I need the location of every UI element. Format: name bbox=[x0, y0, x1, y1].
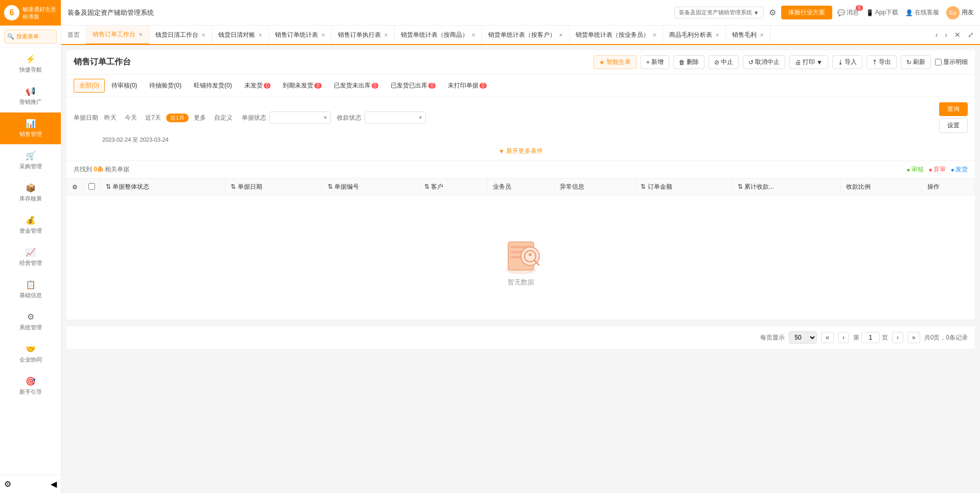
print-button[interactable]: 🖨 打印 ▼ bbox=[789, 55, 828, 69]
date-yesterday[interactable]: 昨天 bbox=[101, 113, 120, 123]
ship-action[interactable]: ● 发货 bbox=[951, 165, 968, 174]
filter-tab-wangpu[interactable]: 旺铺待发货(0) bbox=[188, 79, 238, 93]
date-more[interactable]: 更多 bbox=[191, 113, 209, 123]
filter-tab-overdue-ship[interactable]: 到期未发货0 bbox=[277, 79, 327, 93]
filter-tab-shipped-out[interactable]: 已发货已出库0 bbox=[385, 79, 441, 93]
tab-close-cash-daily[interactable]: ✕ bbox=[201, 32, 206, 38]
first-page-button[interactable]: « bbox=[821, 332, 834, 343]
search-menu-button[interactable]: 🔍 搜索菜单 bbox=[4, 30, 57, 43]
stop-button[interactable]: ⊘ 中止 bbox=[709, 55, 739, 69]
sidebar-item-purchase[interactable]: 🛒 采购管理 bbox=[0, 145, 61, 177]
tab-close-cash-reconcile[interactable]: ✕ bbox=[258, 32, 262, 38]
last-page-button[interactable]: » bbox=[907, 332, 920, 343]
import-button[interactable]: ⤓ 导入 bbox=[832, 55, 862, 69]
tab-sales-order-workbench[interactable]: 销售订单工作台 ✕ bbox=[86, 26, 149, 44]
tab-close-sales-gross[interactable]: ✕ bbox=[760, 32, 764, 38]
sidebar-item-enterprise[interactable]: 🤝 企业协同 bbox=[0, 338, 61, 370]
prev-page-button[interactable]: ‹ bbox=[838, 332, 849, 343]
date-1month[interactable]: 近1月 bbox=[166, 114, 189, 122]
system-select-button[interactable]: 装备及固定资产辅助管理系统 ▼ bbox=[674, 7, 764, 18]
date-options: 昨天 今天 近7天 近1月 更多 自定义 bbox=[101, 113, 236, 123]
delete-icon: 🗑 bbox=[679, 59, 685, 66]
tab-close-sales-stats-product[interactable]: ✕ bbox=[471, 32, 475, 38]
smart-order-button[interactable]: ★ 智能生单 bbox=[594, 55, 636, 69]
date-7days[interactable]: 近7天 bbox=[142, 113, 164, 123]
sidebar-item-finance[interactable]: 💰 资金管理 bbox=[0, 209, 61, 241]
sidebar-item-base-info[interactable]: 📋 基础信息 bbox=[0, 274, 61, 306]
next-page-button[interactable]: › bbox=[892, 332, 903, 343]
status-select[interactable] bbox=[269, 111, 331, 124]
tab-close-sales-order-stats[interactable]: ✕ bbox=[321, 32, 325, 38]
sidebar-item-guide[interactable]: 🎯 新手引导 bbox=[0, 370, 61, 402]
tab-close-sales-order-execute[interactable]: ✕ bbox=[384, 32, 388, 38]
tab-close-sales-stats-staff[interactable]: ✕ bbox=[652, 32, 656, 38]
user-menu[interactable]: Ea 用友 bbox=[946, 6, 974, 19]
scrollbar-area[interactable] bbox=[66, 320, 975, 326]
tab-sales-stats-customer[interactable]: 销货单统计表（按客户） ✕ bbox=[482, 26, 569, 44]
page-size-select[interactable]: 50 10 20 100 bbox=[789, 331, 817, 344]
svg-point-8 bbox=[529, 253, 532, 256]
filter-tab-pending-review[interactable]: 待审核(0) bbox=[106, 79, 143, 93]
date-today[interactable]: 今天 bbox=[122, 113, 140, 123]
setting-button[interactable]: 设置 bbox=[939, 118, 968, 133]
page-input[interactable] bbox=[861, 332, 880, 343]
sidebar-item-operations[interactable]: 📈 经营管理 bbox=[0, 241, 61, 274]
tab-scroll-right[interactable]: › bbox=[942, 30, 950, 40]
payment-select[interactable] bbox=[364, 111, 426, 124]
tab-home[interactable]: 首页 bbox=[61, 26, 86, 44]
expand-button[interactable]: ▼ 展开更多条件 bbox=[498, 147, 543, 155]
sidebar-item-sales[interactable]: 📊 销售管理 bbox=[0, 113, 61, 145]
tab-sales-gross[interactable]: 销售毛利 ✕ bbox=[726, 26, 770, 44]
col-collected[interactable]: ⇅ 累计收款... bbox=[732, 178, 840, 196]
tab-cash-daily[interactable]: 钱货日清工作台 ✕ bbox=[149, 26, 212, 44]
filter-tab-all[interactable]: 全部(0) bbox=[74, 79, 105, 93]
sidebar-item-marketing[interactable]: 📢 营销推广 bbox=[0, 80, 61, 113]
message-action[interactable]: 💬 消息 6 bbox=[837, 8, 859, 17]
col-checkbox[interactable] bbox=[83, 178, 101, 196]
col-customer[interactable]: ⇅ 客户 bbox=[419, 178, 487, 196]
settings-icon[interactable]: ⚙ bbox=[4, 479, 11, 489]
tab-sales-order-execute[interactable]: 销售订单执行表 ✕ bbox=[332, 26, 395, 44]
tab-cash-reconcile[interactable]: 钱货日清对账 ✕ bbox=[212, 26, 269, 44]
sidebar-item-inventory[interactable]: 📦 库存核算 bbox=[0, 177, 61, 209]
review-action[interactable]: ● 审核 bbox=[906, 165, 923, 174]
collapse-icon[interactable]: ◀ bbox=[51, 479, 57, 489]
filter-tab-pending-inspect[interactable]: 待抽验货(0) bbox=[144, 79, 187, 93]
tab-close-sales-stats-customer[interactable]: ✕ bbox=[559, 32, 563, 38]
query-button[interactable]: 查询 bbox=[939, 102, 968, 116]
tab-sales-stats-product[interactable]: 销货单统计表（按商品） ✕ bbox=[395, 26, 482, 44]
tab-maximize[interactable]: ⤢ bbox=[965, 30, 977, 40]
sidebar-item-system[interactable]: ⚙ 系统管理 bbox=[0, 306, 61, 338]
tab-sales-order-stats[interactable]: 销售订单统计表 ✕ bbox=[269, 26, 332, 44]
abandon-action[interactable]: ● 弃审 bbox=[929, 165, 946, 174]
online-service-action[interactable]: 👤 在线客服 bbox=[905, 8, 939, 17]
tab-sales-stats-staff[interactable]: 销货单统计表（按业务员） ✕ bbox=[569, 26, 663, 44]
tab-close-all[interactable]: ✕ bbox=[951, 30, 964, 40]
filter-tab-shipped-not-out[interactable]: 已发货未出库0 bbox=[328, 79, 384, 93]
col-number[interactable]: ⇅ 单据编号 bbox=[322, 178, 419, 196]
settings-topbar-icon[interactable]: ⚙ bbox=[769, 8, 776, 17]
cancel-stop-button[interactable]: ↺ 取消中止 bbox=[743, 55, 785, 69]
select-all-checkbox[interactable] bbox=[88, 183, 95, 190]
export-button[interactable]: ⤒ 导出 bbox=[867, 55, 897, 69]
filter-tab-not-printed[interactable]: 未打印单据0 bbox=[442, 79, 492, 93]
tab-close-product-margin[interactable]: ✕ bbox=[715, 32, 719, 38]
tab-product-margin[interactable]: 商品毛利分析表 ✕ bbox=[663, 26, 726, 44]
date-custom[interactable]: 自定义 bbox=[211, 113, 236, 123]
tab-close-sales-order-workbench[interactable]: ✕ bbox=[139, 32, 143, 37]
delete-button[interactable]: 🗑 删除 bbox=[673, 55, 704, 69]
sidebar-item-quick-nav[interactable]: ⚡ 快捷导航 bbox=[0, 48, 61, 80]
refresh-button[interactable]: ↻ 刷新 bbox=[901, 55, 931, 69]
sidebar-search[interactable]: 🔍 搜索菜单 bbox=[0, 26, 61, 48]
table-body: 暂无数据 bbox=[67, 196, 975, 318]
col-settings[interactable]: ⚙ bbox=[67, 178, 83, 196]
col-amount[interactable]: ⇅ 订单金额 bbox=[635, 178, 732, 196]
filter-tab-not-shipped[interactable]: 未发货0 bbox=[239, 79, 277, 93]
industry-button[interactable]: 体验行业方案 bbox=[781, 6, 832, 19]
tab-scroll-left[interactable]: ‹ bbox=[932, 30, 941, 40]
show-detail-checkbox[interactable]: 显示明细 bbox=[935, 58, 968, 66]
add-button[interactable]: + 新增 bbox=[641, 55, 669, 69]
show-detail-input[interactable] bbox=[935, 59, 942, 65]
col-date[interactable]: ⇅ 单据日期 bbox=[225, 178, 322, 196]
app-download-action[interactable]: 📱 App下载 bbox=[866, 8, 898, 17]
